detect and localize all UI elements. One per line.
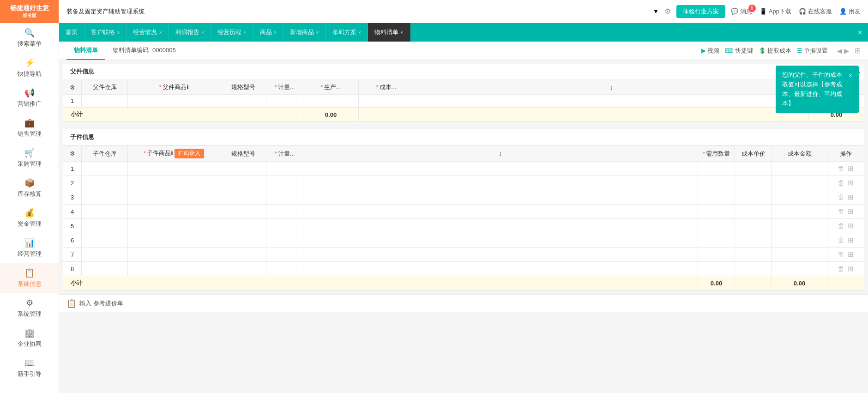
child-cell-unit[interactable] <box>266 205 303 219</box>
child-cell-unit[interactable] <box>266 262 303 276</box>
copy-icon[interactable]: ⊞ <box>848 193 854 201</box>
nav-tab-首页[interactable]: 首页 <box>59 23 84 42</box>
child-cell-warehouse[interactable] <box>82 190 128 205</box>
parent-cell-cost[interactable] <box>359 95 414 108</box>
nav-tab-close[interactable]: × <box>201 30 204 35</box>
child-cell-spec[interactable] <box>220 233 266 248</box>
child-cell-qty[interactable] <box>698 205 735 219</box>
parent-cell-warehouse[interactable] <box>82 95 128 108</box>
message-item[interactable]: 💬 6 消息 <box>731 7 752 16</box>
child-cell-qty[interactable] <box>698 162 735 176</box>
sidebar-item-operation[interactable]: 📊经营管理 <box>0 233 59 263</box>
nav-tab-close[interactable]: × <box>243 30 246 35</box>
nav-tab-close[interactable]: × <box>358 30 361 35</box>
copy-icon[interactable]: ⊞ <box>848 236 854 244</box>
sidebar-item-basic[interactable]: 📋基础信息 <box>0 263 59 293</box>
nav-tab-利润报告[interactable]: 利润报告 × <box>169 23 211 42</box>
child-cell-warehouse[interactable] <box>82 248 128 262</box>
child-cell-product[interactable] <box>128 190 220 205</box>
tab-material-code[interactable]: 物料清单编码 0000005 <box>105 42 183 60</box>
child-cell-product[interactable] <box>128 262 220 276</box>
child-cell-warehouse[interactable] <box>82 176 128 190</box>
nav-tab-经营历程[interactable]: 经营历程 × <box>211 23 253 42</box>
copy-icon[interactable]: ⊞ <box>848 164 854 172</box>
child-cell-product[interactable] <box>128 219 220 233</box>
child-cell-qty[interactable] <box>698 176 735 190</box>
child-cell-unit-cost[interactable] <box>735 219 772 233</box>
sidebar-item-search[interactable]: 🔍搜索菜单 <box>0 23 59 53</box>
child-cell-unit[interactable] <box>266 233 303 248</box>
nav-tab-客户联络[interactable]: 客户联络 × <box>84 23 127 42</box>
delete-icon[interactable]: 🗑 <box>838 222 844 230</box>
child-cell-qty[interactable] <box>698 219 735 233</box>
nav-tab-close[interactable]: × <box>159 30 162 35</box>
user-item[interactable]: 👤 用友 <box>839 7 861 16</box>
child-cell-unit-cost[interactable] <box>735 248 772 262</box>
child-cell-unit[interactable] <box>266 176 303 190</box>
sidebar-item-system[interactable]: ⚙系统管理 <box>0 293 59 323</box>
nav-tab-条码方案[interactable]: 条码方案 × <box>326 23 368 42</box>
next-icon[interactable]: ▶ <box>844 47 849 54</box>
child-cell-warehouse[interactable] <box>82 205 128 219</box>
child-cell-warehouse[interactable] <box>82 262 128 276</box>
sidebar-item-inventory[interactable]: 📦库存核算 <box>0 173 59 203</box>
gear-icon[interactable]: ⚙ <box>664 7 671 16</box>
child-cell-qty[interactable] <box>698 248 735 262</box>
view-video-btn[interactable]: ▶ 视频 <box>701 47 719 55</box>
delete-icon[interactable]: 🗑 <box>838 250 844 258</box>
parent-cell-unit[interactable] <box>266 95 303 108</box>
delete-icon[interactable]: 🗑 <box>838 164 844 172</box>
trial-button[interactable]: 体验行业方案 <box>676 5 725 18</box>
nav-tab-close[interactable]: × <box>274 30 277 35</box>
parent-cell-date[interactable] <box>303 95 359 108</box>
child-cell-spec[interactable] <box>220 219 266 233</box>
child-cell-warehouse[interactable] <box>82 219 128 233</box>
nav-tab-close[interactable]: × <box>400 30 403 35</box>
child-cell-spec[interactable] <box>220 248 266 262</box>
child-cell-unit[interactable] <box>266 248 303 262</box>
nav-tab-close[interactable]: × <box>316 30 319 35</box>
child-cell-warehouse[interactable] <box>82 162 128 176</box>
delete-icon[interactable]: 🗑 <box>838 265 844 272</box>
sidebar-item-finance[interactable]: 💰资金管理 <box>0 203 59 233</box>
child-cell-unit-cost[interactable] <box>735 176 772 190</box>
child-cell-spec[interactable] <box>220 176 266 190</box>
nav-tab-新增商品[interactable]: 新增商品 × <box>283 23 326 42</box>
child-cell-unit[interactable] <box>266 162 303 176</box>
child-cell-product[interactable] <box>128 205 220 219</box>
child-cell-unit-cost[interactable] <box>735 162 772 176</box>
child-cell-qty[interactable] <box>698 262 735 276</box>
child-cell-spec[interactable] <box>220 162 266 176</box>
scan-btn[interactable]: 扫码录入 <box>175 149 204 158</box>
sidebar-item-guide[interactable]: 📖新手引导 <box>0 353 59 383</box>
fetch-cost-btn[interactable]: 💲 提取成本 <box>759 47 791 55</box>
tooltip-close-btn[interactable]: × <box>849 70 852 80</box>
system-select[interactable]: ▼ <box>653 8 659 15</box>
single-setting-btn[interactable]: ☰ 单据设置 <box>797 47 828 55</box>
sidebar-item-marketing[interactable]: 📢营销推广 <box>0 83 59 113</box>
online-service-item[interactable]: 🎧 在线客服 <box>799 7 832 16</box>
nav-tab-close[interactable]: × <box>117 30 120 35</box>
grid-view-icon[interactable]: ⊞ <box>855 46 861 55</box>
parent-cell-product[interactable] <box>128 95 220 108</box>
child-cell-qty[interactable] <box>698 190 735 205</box>
child-cell-unit-cost[interactable] <box>735 262 772 276</box>
shortcut-btn[interactable]: ⌨ 快捷键 <box>725 47 753 55</box>
child-cell-spec[interactable] <box>220 262 266 276</box>
nav-tab-经营情况[interactable]: 经营情况 × <box>127 23 169 42</box>
sidebar-item-purchase[interactable]: 🛒采购管理 <box>0 143 59 173</box>
child-cell-unit[interactable] <box>266 190 303 205</box>
tab-material-list[interactable]: 物料清单 <box>66 42 105 60</box>
sidebar-item-enterprise[interactable]: 🏢企业协同 <box>0 323 59 353</box>
prev-icon[interactable]: ◀ <box>837 47 842 54</box>
copy-icon[interactable]: ⊞ <box>848 179 854 187</box>
close-page-icon[interactable]: ✕ <box>852 29 868 36</box>
parent-col-gear[interactable]: ⚙ <box>63 80 82 95</box>
delete-icon[interactable]: 🗑 <box>838 179 844 187</box>
child-cell-product[interactable] <box>128 176 220 190</box>
child-cell-unit[interactable] <box>266 219 303 233</box>
delete-icon[interactable]: 🗑 <box>838 207 844 215</box>
child-cell-spec[interactable] <box>220 205 266 219</box>
child-col-gear[interactable]: ⚙ <box>63 146 82 162</box>
child-cell-qty[interactable] <box>698 233 735 248</box>
